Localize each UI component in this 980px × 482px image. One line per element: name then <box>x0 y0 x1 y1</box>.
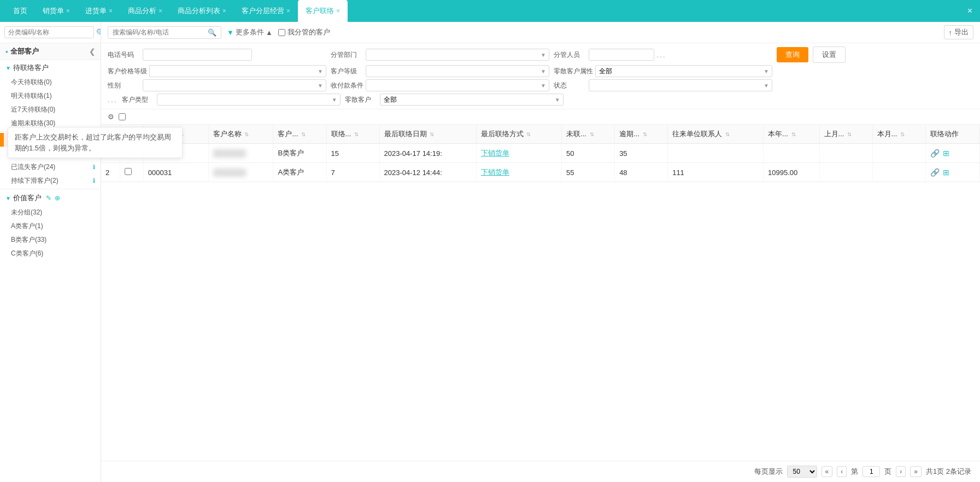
col-last-date[interactable]: 最后联络日期 ⇅ <box>379 125 476 144</box>
nav-customer-contact[interactable]: 客户联络 × <box>298 0 348 22</box>
contact-method-link[interactable]: 下销货单 <box>481 168 509 176</box>
sidebar-item-b-class[interactable]: B类客户(33) <box>0 233 101 247</box>
col-contact-person[interactable]: 往来单位联系人 ⇅ <box>668 125 764 144</box>
filter-payment-wrapper: ▼ <box>366 79 549 91</box>
pagination: 每页显示 50 100 200 « ‹ 第 页 › » 共1页 2条记录 <box>101 461 980 482</box>
settings-button[interactable]: 设置 <box>813 47 846 63</box>
col-name[interactable]: 客户名称 ⇅ <box>208 125 273 144</box>
filter-row-3: 性别 ▼ 收付款条件 ▼ <box>108 79 973 91</box>
filter-customer-type-wrapper: ▼ <box>157 94 341 106</box>
table-row: 2 000031 A类客户 7 2023-04-12 14:44: 下销货单 5… <box>101 163 980 182</box>
filter-price-level-select[interactable] <box>149 65 326 77</box>
export-button[interactable]: ↑ 导出 <box>944 25 974 39</box>
filter-bar: 🔍 ▼ 更多条件 ▲ 我分管的客户 ↑ 导出 <box>101 22 980 43</box>
data-table: # 客户编码 ⇅ 客户名称 ⇅ 客户... ⇅ 联络... ⇅ 最后联络日期 ⇅… <box>101 125 980 182</box>
filter-search-box: 🔍 <box>108 26 221 39</box>
filter-retail-customer: 零散客户 全部 ▼ <box>345 94 564 106</box>
table-toolbar: ⚙ <box>101 109 980 125</box>
sidebar-search-input[interactable] <box>4 26 94 38</box>
col-unlink[interactable]: 未联... ⇅ <box>562 125 615 144</box>
my-customers-checkbox[interactable]: 我分管的客户 <box>278 27 330 37</box>
row-checkbox-1[interactable] <box>125 168 132 175</box>
cell-this-year <box>764 144 819 163</box>
sidebar-collapse-icon[interactable]: ❮ <box>89 48 95 56</box>
filter-gender-select[interactable] <box>143 79 326 91</box>
action-link-icon-1[interactable]: 🔗 <box>930 168 940 177</box>
filter-more-conditions[interactable]: ▼ 更多条件 ▲ <box>227 27 273 37</box>
nav-sales[interactable]: 销货单 × <box>35 0 78 22</box>
sidebar-edit-icon[interactable]: ✎ <box>46 194 51 202</box>
nav-customer-layer-close[interactable]: × <box>286 7 290 15</box>
action-grid-icon-1[interactable]: ⊞ <box>943 168 949 177</box>
cell-this-month <box>872 144 925 163</box>
filter-person-input[interactable] <box>589 49 654 61</box>
sort-icon-tmonth: ⇅ <box>900 131 905 137</box>
filter-customer-level: 客户等级 ▼ <box>331 65 549 77</box>
more-dots-icon[interactable]: ... <box>656 50 666 59</box>
cell-last-month <box>819 163 872 182</box>
nav-product-list[interactable]: 商品分析列表 × <box>170 0 234 22</box>
sidebar-item-today[interactable]: 今天待联络(0) <box>0 76 101 89</box>
window-close-button[interactable]: × <box>965 4 975 18</box>
nav-product-list-close[interactable]: × <box>222 7 226 15</box>
col-action: 联络动作 <box>925 125 979 144</box>
nav-customer-layer[interactable]: 客户分层经营 × <box>234 0 298 22</box>
filter-search-input[interactable] <box>113 28 206 36</box>
nav-sales-close[interactable]: × <box>66 7 70 15</box>
query-button[interactable]: 查询 <box>777 47 808 62</box>
first-page-button[interactable]: « <box>821 466 833 477</box>
sidebar-group-value[interactable]: ▼ 价值客户 ✎ ⊕ <box>0 190 101 206</box>
prev-page-button[interactable]: ‹ <box>837 466 847 477</box>
col-contact[interactable]: 联络... ⇅ <box>326 125 379 144</box>
nav-home[interactable]: 首页 <box>5 0 35 22</box>
nav-product-analysis-close[interactable]: × <box>159 7 162 15</box>
sidebar-item-a-class[interactable]: A类客户(1) <box>0 219 101 233</box>
filter-retail-customer-select[interactable]: 全部 <box>380 94 564 106</box>
sidebar-item-tomorrow[interactable]: 明天待联络(1) <box>0 89 101 103</box>
filter-retail-attr-select[interactable]: 全部 <box>595 65 772 77</box>
next-page-button[interactable]: › <box>896 466 906 477</box>
top-nav: 首页 销货单 × 进货单 × 商品分析 × 商品分析列表 × 客户分层经营 × … <box>0 0 980 22</box>
select-all-checkbox[interactable] <box>119 113 126 120</box>
sidebar-group-pending[interactable]: ▼ 待联络客户 <box>0 60 101 76</box>
action-grid-icon-0[interactable]: ⊞ <box>943 149 949 158</box>
nav-purchase-close[interactable]: × <box>109 7 113 15</box>
table-settings-icon[interactable]: ⚙ <box>108 113 114 121</box>
cell-name <box>208 144 273 163</box>
filter-search-icon[interactable]: 🔍 <box>208 28 216 37</box>
filter-phone-input[interactable] <box>143 49 252 61</box>
sort-icon-year: ⇅ <box>791 131 796 137</box>
my-customers-check[interactable] <box>278 29 285 36</box>
contact-method-link[interactable]: 下销货单 <box>481 149 509 157</box>
filter-customer-type-select[interactable] <box>157 94 341 106</box>
sidebar-search-icon[interactable]: 🔍 <box>96 28 101 37</box>
filter-department-select[interactable] <box>366 49 549 61</box>
sidebar-item-ungroup[interactable]: 未分组(32) <box>0 206 101 219</box>
col-this-year[interactable]: 本年... ⇅ <box>764 125 819 144</box>
col-customer-type[interactable]: 客户... ⇅ <box>273 125 326 144</box>
filter-status-select[interactable] <box>589 79 772 91</box>
col-this-month[interactable]: 本月... ⇅ <box>872 125 925 144</box>
page-size-select[interactable]: 50 100 200 <box>787 466 817 478</box>
nav-purchase[interactable]: 进货单 × <box>78 0 120 22</box>
col-last-method[interactable]: 最后联络方式 ⇅ <box>476 125 561 144</box>
sidebar-item-c-class[interactable]: C类客户(6) <box>0 247 101 260</box>
action-link-icon-0[interactable]: 🔗 <box>930 149 940 158</box>
filter-level-select[interactable] <box>366 65 549 77</box>
cell-action: 🔗 ⊞ <box>925 163 979 182</box>
sidebar-item-lost[interactable]: 已流失客户(24) ℹ <box>0 160 101 174</box>
sidebar-item-7days[interactable]: 近7天待联络(0) <box>0 103 101 117</box>
col-overdue[interactable]: 逾期... ⇅ <box>615 125 668 144</box>
nav-customer-contact-close[interactable]: × <box>336 7 340 15</box>
nav-product-analysis[interactable]: 商品分析 × <box>120 0 170 22</box>
sort-icon-date: ⇅ <box>430 131 434 137</box>
all-customers-title[interactable]: ▪ 全部客户 ❮ <box>0 43 101 60</box>
page-input[interactable] <box>862 466 880 477</box>
filter-payment-select[interactable] <box>366 79 549 91</box>
sidebar-item-declining[interactable]: 持续下滑客户(2) ℹ <box>0 174 101 188</box>
sidebar-add-icon[interactable]: ⊕ <box>55 194 60 202</box>
last-page-button[interactable]: » <box>910 466 922 477</box>
export-icon: ↑ <box>949 28 953 37</box>
col-last-month[interactable]: 上月... ⇅ <box>819 125 872 144</box>
more-dots-2[interactable]: ... <box>108 95 118 104</box>
